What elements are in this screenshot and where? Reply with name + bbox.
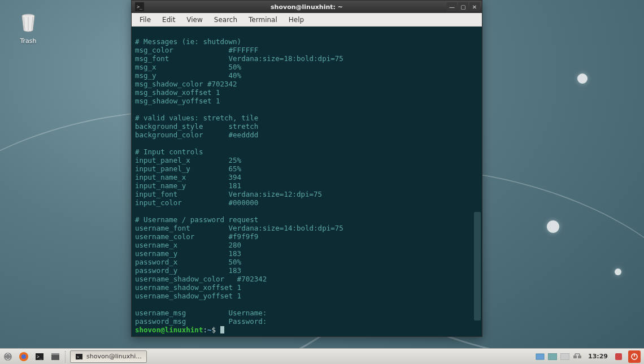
titlebar[interactable]: shovon@linuxhint: ~ — ▢ ✕ — [132, 1, 482, 13]
window-title: shovon@linuxhint: ~ — [132, 3, 482, 11]
svg-point-1 — [4, 353, 12, 361]
maximize-button[interactable]: ▢ — [458, 2, 468, 11]
system-tray: 13:29 — [532, 350, 644, 363]
svg-rect-7 — [51, 353, 59, 355]
firefox-launcher[interactable] — [17, 350, 31, 363]
taskbar-separator — [65, 351, 67, 362]
trash-desktop-icon[interactable]: Trash — [17, 11, 40, 45]
svg-rect-12 — [560, 353, 569, 360]
taskbar-window-label: shovon@linuxhi... — [86, 353, 142, 360]
trash-label: Trash — [17, 37, 40, 45]
workspace-switcher-2[interactable] — [560, 352, 570, 362]
taskbar-clock[interactable]: 13:29 — [585, 353, 611, 360]
trash-icon — [17, 11, 40, 34]
show-desktop-icon[interactable] — [535, 352, 545, 362]
menu-edit[interactable]: Edit — [158, 15, 180, 25]
taskbar-window-button[interactable]: >_ shovon@linuxhi... — [70, 350, 147, 363]
menu-view[interactable]: View — [182, 15, 207, 25]
menubar: File Edit View Search Terminal Help — [132, 13, 482, 27]
svg-text:>_: >_ — [37, 354, 42, 359]
menu-help[interactable]: Help — [284, 15, 308, 25]
terminal-launcher[interactable]: >_ — [33, 350, 46, 363]
close-button[interactable]: ✕ — [469, 2, 480, 11]
minimize-button[interactable]: — — [447, 2, 457, 11]
menu-terminal[interactable]: Terminal — [244, 15, 282, 25]
menu-search[interactable]: Search — [210, 15, 242, 25]
terminal-icon: >_ — [75, 353, 83, 361]
filemanager-launcher[interactable] — [49, 350, 62, 363]
scrollbar-thumb[interactable] — [474, 212, 481, 320]
svg-rect-13 — [573, 356, 577, 358]
taskbar: >_ >_ shovon@linuxhi... 13:29 — [0, 348, 644, 364]
menu-file[interactable]: File — [135, 15, 155, 25]
tray-app-icon[interactable] — [613, 352, 624, 362]
svg-rect-10 — [536, 354, 544, 359]
workspace-switcher-1[interactable] — [547, 352, 558, 362]
svg-text:>_: >_ — [77, 355, 82, 359]
terminal-window: shovon@linuxhint: ~ — ▢ ✕ File Edit View… — [131, 0, 482, 337]
terminal-scrollbar[interactable] — [473, 27, 481, 336]
power-button[interactable] — [628, 350, 641, 363]
power-icon — [630, 353, 638, 361]
network-icon[interactable] — [572, 352, 582, 362]
svg-rect-14 — [578, 356, 581, 358]
svg-rect-11 — [548, 353, 557, 360]
svg-point-3 — [21, 354, 26, 359]
app-menu-button[interactable] — [1, 350, 15, 363]
terminal-output[interactable]: # Messages (ie: shutdown) msg_color #FFF… — [132, 27, 482, 336]
svg-rect-15 — [615, 353, 622, 360]
